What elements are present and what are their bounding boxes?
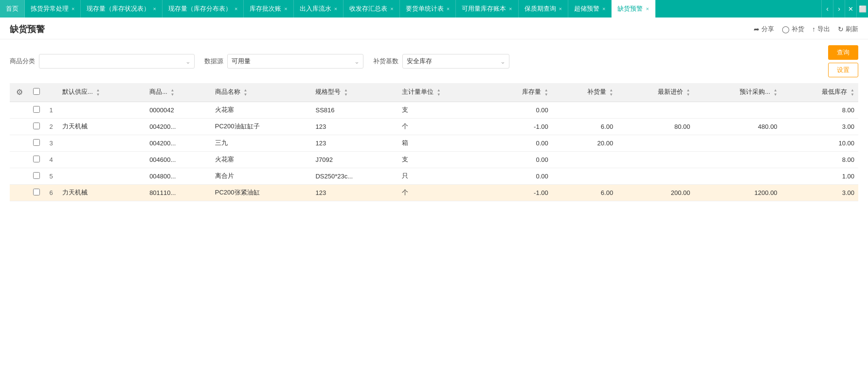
row-unit: 个 — [398, 118, 487, 135]
nav-tab-9[interactable]: 保质期查询× — [519, 0, 568, 18]
row-stock: -1.00 — [487, 118, 552, 135]
th-latest-price[interactable]: 最新进价 ▲▼ — [617, 83, 694, 102]
th-min-stock[interactable]: 最低库存 ▲▼ — [781, 83, 858, 102]
nav-tab-label-7: 要货单统计表 — [406, 4, 444, 13]
sort-arrows-replenish: ▲▼ — [609, 88, 613, 97]
nav-tab-label-9: 保质期查询 — [524, 4, 556, 13]
nav-tab-3[interactable]: 现存量（库存分布表）× — [163, 0, 244, 18]
row-num-5: 6 — [44, 184, 58, 201]
refresh-button[interactable]: ↻ 刷新 — [838, 25, 858, 34]
export-button[interactable]: ↑ 导出 — [812, 25, 830, 34]
nav-tab-close-10[interactable]: × — [602, 6, 605, 12]
nav-tab-11[interactable]: 缺货预警× — [612, 0, 655, 18]
share-button[interactable]: ➦ 分享 — [754, 25, 774, 34]
row-product-code: 801110... — [145, 184, 211, 201]
th-stock-label: 库存量 — [522, 88, 541, 95]
nav-close-arrow[interactable]: ✕ — [845, 0, 856, 18]
th-product-code-label: 商品... — [149, 88, 167, 95]
nav-tab-6[interactable]: 收发存汇总表× — [344, 0, 399, 18]
th-spec-label: 规格型号 — [315, 88, 341, 95]
page-title: 缺货预警 — [10, 23, 45, 35]
row-num-2: 3 — [44, 135, 58, 151]
row-supplier — [58, 102, 145, 118]
replenish-button[interactable]: ◯ 补货 — [782, 25, 804, 34]
row-checkbox-2[interactable] — [33, 139, 40, 146]
row-checkbox-5[interactable] — [33, 189, 40, 195]
row-num-4: 5 — [44, 168, 58, 184]
nav-tab-2[interactable]: 现存量（库存状况表）× — [81, 0, 162, 18]
nav-tab-close-6[interactable]: × — [390, 6, 393, 12]
th-unit-label: 主计量单位 — [402, 88, 434, 95]
row-min-stock: 3.00 — [781, 118, 858, 135]
th-supplier-label: 默认供应... — [62, 88, 93, 95]
row-product-code: 004200... — [145, 118, 211, 135]
settings-button[interactable]: 设置 — [828, 63, 858, 77]
nav-next-arrow[interactable]: › — [833, 0, 845, 18]
th-stock[interactable]: 库存量 ▲▼ — [487, 83, 552, 102]
row-stock: 0.00 — [487, 102, 552, 118]
row-unit: 支 — [398, 102, 487, 118]
nav-tab-close-7[interactable]: × — [447, 6, 450, 12]
row-checkbox-cell — [29, 184, 44, 201]
nav-tab-1[interactable]: 拣货异常处理× — [25, 0, 81, 18]
nav-prev-arrow[interactable]: ‹ — [821, 0, 833, 18]
export-icon: ↑ — [812, 25, 815, 33]
nav-tab-0[interactable]: 首页 — [0, 0, 25, 18]
th-unit[interactable]: 主计量单位 ▲▼ — [398, 83, 487, 102]
nav-tab-label-11: 缺货预警 — [617, 4, 643, 13]
th-product-code[interactable]: 商品... ▲▼ — [145, 83, 211, 102]
nav-tab-close-3[interactable]: × — [235, 6, 237, 12]
row-checkbox-1[interactable] — [33, 123, 40, 129]
row-supplier — [58, 168, 145, 184]
table-row: 4004600...火花塞J7092支0.008.00 — [10, 151, 858, 168]
sort-arrows-supplier: ▲▼ — [96, 88, 100, 97]
th-latest-price-label: 最新进价 — [658, 88, 683, 95]
nav-tab-7[interactable]: 要货单统计表× — [400, 0, 456, 18]
th-row-num — [44, 83, 58, 102]
th-replenish-label: 补货量 — [587, 88, 606, 95]
row-spec: 123 — [311, 184, 398, 201]
th-estimated-purchase[interactable]: 预计采购... ▲▼ — [694, 83, 781, 102]
row-checkbox-4[interactable] — [33, 172, 40, 179]
datasource-select-wrapper[interactable]: 可用量 ⌄ — [227, 54, 363, 69]
filter-area: 商品分类 ⌄ 数据源 可用量 ⌄ 补货基数 安全库存 — [0, 39, 868, 83]
nav-tab-4[interactable]: 库存批次账× — [244, 0, 293, 18]
nav-tab-close-4[interactable]: × — [284, 6, 287, 12]
replenish-base-select[interactable]: 安全库存 — [402, 54, 509, 69]
nav-tab-close-2[interactable]: × — [153, 6, 156, 12]
nav-tab-close-1[interactable]: × — [72, 6, 74, 12]
row-product-code: 004600... — [145, 151, 211, 168]
gear-icon[interactable]: ⚙ — [16, 88, 23, 96]
row-replenish: 6.00 — [552, 118, 617, 135]
row-latest-price — [617, 135, 694, 151]
row-checkbox-3[interactable] — [33, 156, 40, 162]
nav-tab-close-8[interactable]: × — [509, 6, 512, 12]
query-button[interactable]: 查询 — [828, 45, 858, 60]
nav-tab-close-5[interactable]: × — [334, 6, 337, 12]
nav-tab-5[interactable]: 出入库流水× — [294, 0, 344, 18]
nav-tab-10[interactable]: 超储预警× — [568, 0, 612, 18]
nav-tab-close-11[interactable]: × — [646, 6, 649, 12]
row-checkbox-0[interactable] — [33, 106, 40, 113]
replenish-base-select-wrapper[interactable]: 安全库存 ⌄ — [402, 54, 509, 69]
row-product-code: 004800... — [145, 168, 211, 184]
row-spec: DS250*23c... — [311, 168, 398, 184]
row-estimated-purchase: 1200.00 — [694, 184, 781, 201]
header-actions: ➦ 分享 ◯ 补货 ↑ 导出 ↻ 刷新 — [754, 25, 858, 34]
replenish-icon: ◯ — [782, 25, 790, 33]
th-replenish[interactable]: 补货量 ▲▼ — [552, 83, 617, 102]
row-gear-cell — [10, 135, 29, 151]
row-replenish — [552, 151, 617, 168]
category-select[interactable] — [39, 54, 195, 69]
select-all-checkbox[interactable] — [33, 88, 40, 95]
th-supplier[interactable]: 默认供应... ▲▼ — [58, 83, 145, 102]
sort-arrows-unit: ▲▼ — [437, 88, 441, 97]
th-product-name[interactable]: 商品名称 ▲▼ — [211, 83, 312, 102]
datasource-select[interactable]: 可用量 — [227, 54, 363, 69]
nav-maximize-arrow[interactable]: ⬜ — [856, 0, 868, 18]
category-select-wrapper[interactable]: ⌄ — [39, 54, 195, 69]
th-spec[interactable]: 规格型号 ▲▼ — [311, 83, 398, 102]
nav-tab-8[interactable]: 可用量库存账本× — [456, 0, 518, 18]
nav-tab-close-9[interactable]: × — [559, 6, 562, 12]
sort-arrows-estimated-purchase: ▲▼ — [774, 88, 778, 97]
